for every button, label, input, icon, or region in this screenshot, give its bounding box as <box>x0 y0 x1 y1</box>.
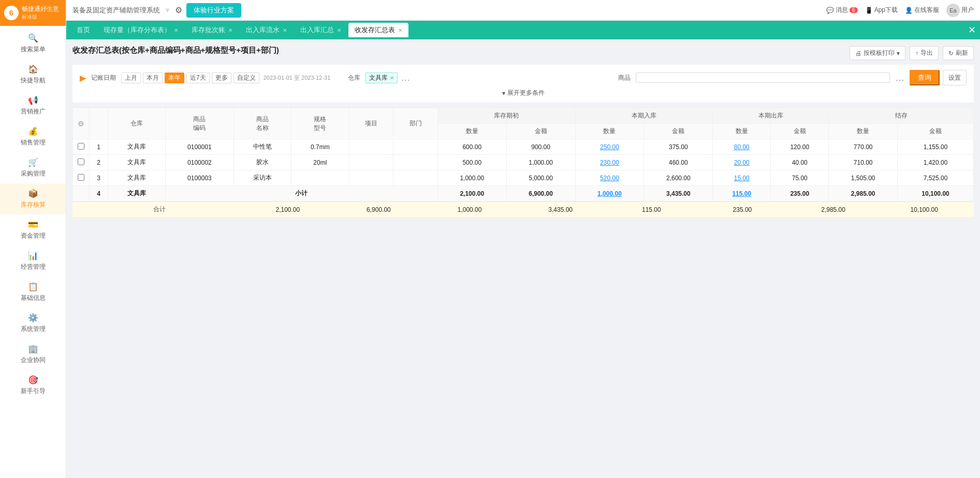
col-closing-qty-header: 数量 <box>829 124 898 139</box>
service-action[interactable]: 👤 在线客服 <box>905 6 939 15</box>
corp-icon: 🏢 <box>28 344 38 354</box>
tab-recv-summary[interactable]: 收发存汇总表 ✕ <box>348 23 408 37</box>
sidebar-item-system[interactable]: ⚙️ 系统管理 <box>0 308 66 339</box>
row-closing-qty: 770.00 <box>829 139 898 155</box>
col-settings-icon[interactable]: ⚙ <box>78 120 84 128</box>
tab-bar: 首页 现存量（库存分布表） ✕ 库存批次账 ✕ 出入库流水 ✕ 出入库汇总 ✕ … <box>66 21 980 39</box>
row-out-qty[interactable]: 20.00 <box>713 155 771 170</box>
filter-row-1: ▶ 记账日期 上月 本月 本年 近7天 更多 自定义 2023-01-01 至 … <box>80 70 967 85</box>
total-closing-qty: 2,985.00 <box>788 206 879 213</box>
query-button[interactable]: 查询 <box>910 70 940 85</box>
warehouse-tag-close[interactable]: ✕ <box>390 75 394 81</box>
row-in-qty[interactable]: 250.00 <box>575 139 644 155</box>
refresh-button[interactable]: ↻ 刷新 <box>943 46 974 60</box>
total-closing-amt: 10,100.00 <box>879 206 970 213</box>
tab-close-inout-flow[interactable]: ✕ <box>283 27 287 33</box>
print-button[interactable]: 🖨 按模板打印 ▾ <box>850 46 905 60</box>
row-opening-qty: 1,000.00 <box>437 170 506 186</box>
total-label: 合计 <box>77 205 242 214</box>
sales-icon: 💰 <box>28 126 38 136</box>
newbie-icon: 🎯 <box>28 375 38 385</box>
row-no: 1 <box>90 139 108 155</box>
tab-close-batch[interactable]: ✕ <box>228 27 232 33</box>
warehouse-more[interactable]: … <box>401 73 410 83</box>
row-opening-qty: 500.00 <box>437 155 506 170</box>
sidebar-item-corp[interactable]: 🏢 企业协同 <box>0 339 66 370</box>
col-no-header <box>90 108 108 139</box>
total-opening-amt: 6,900.00 <box>333 206 425 213</box>
trial-button[interactable]: 体验行业方案 <box>186 3 241 18</box>
tab-close-inout-summary[interactable]: ✕ <box>337 27 341 33</box>
sidebar-item-marketing[interactable]: 📢 营销推广 <box>0 90 66 121</box>
tab-batch[interactable]: 库存批次账 ✕ <box>185 23 239 37</box>
sidebar-item-search[interactable]: 🔍 搜索菜单 <box>0 28 66 59</box>
row-out-qty[interactable]: 15.00 <box>713 170 771 186</box>
tab-close-recv-summary[interactable]: ✕ <box>398 27 402 33</box>
subtotal-opening-qty: 2,100.00 <box>437 186 506 201</box>
sidebar-item-newbie[interactable]: 🎯 新手引导 <box>0 370 66 401</box>
expand-filter-button[interactable]: ▾ 展开更多条件 <box>80 89 967 97</box>
print-dropdown-icon: ▾ <box>897 50 900 57</box>
settings-icon[interactable]: ⚙ <box>175 5 182 15</box>
row-spec: 20ml <box>291 155 349 170</box>
row-opening-amt: 1,000.00 <box>506 155 575 170</box>
row-closing-qty: 1,505.00 <box>829 170 898 186</box>
col-closing-header: 结存 <box>829 108 974 124</box>
page-content: 收发存汇总表(按仓库+商品编码+商品+规格型号+项目+部门) 🖨 按模板打印 ▾… <box>66 39 980 478</box>
sidebar: 6 畅捷通好生意 标准版 🔍 搜索菜单 🏠 快捷导航 📢 营销推广 💰 销售管理… <box>0 0 66 478</box>
filter-bar: ▶ 记账日期 上月 本月 本年 近7天 更多 自定义 2023-01-01 至 … <box>72 65 974 103</box>
goods-input[interactable] <box>636 73 890 83</box>
date-btn-7days[interactable]: 近7天 <box>186 73 210 83</box>
subtotal-out-qty[interactable]: 115.00 <box>713 186 771 201</box>
home-icon: 🏠 <box>28 64 38 74</box>
col-settings-header[interactable]: ⚙ <box>73 108 90 139</box>
sidebar-item-purchase[interactable]: 🛒 采购管理 <box>0 152 66 183</box>
col-in-header: 本期入库 <box>575 108 713 124</box>
sidebar-item-basic[interactable]: 📋 基础信息 <box>0 277 66 308</box>
warehouse-tags: 文具库 ✕ … <box>365 73 612 83</box>
date-btn-more[interactable]: 更多 <box>212 73 231 83</box>
sidebar-logo: 6 畅捷通好生意 标准版 <box>0 0 66 26</box>
row-warehouse: 文具库 <box>108 170 166 186</box>
subtotal-closing-qty: 2,985.00 <box>829 186 898 201</box>
message-action[interactable]: 💬 消息 6 <box>826 6 858 15</box>
sidebar-item-quick-nav[interactable]: 🏠 快捷导航 <box>0 59 66 90</box>
date-btn-this-month[interactable]: 本月 <box>143 73 163 83</box>
export-button[interactable]: ↑ 导出 <box>910 46 939 60</box>
app-download-action[interactable]: 📱 App下载 <box>865 6 898 15</box>
tab-inout-summary[interactable]: 出入库汇总 ✕ <box>294 23 347 37</box>
page-title: 收发存汇总表(按仓库+商品编码+商品+规格型号+项目+部门) <box>72 46 279 55</box>
user-action[interactable]: Ea 用户 <box>946 4 974 17</box>
date-buttons: 上月 本月 本年 近7天 更多 自定义 2023-01-01 至 2023-12… <box>121 73 330 83</box>
col-out-qty-header: 数量 <box>713 124 771 139</box>
subtotal-in-qty[interactable]: 1,000.00 <box>575 186 644 201</box>
sidebar-item-business[interactable]: 📊 经营管理 <box>0 245 66 277</box>
goods-more[interactable]: … <box>895 73 904 83</box>
col-opening-header: 库存期初 <box>437 108 575 124</box>
row-checkbox[interactable] <box>73 170 90 186</box>
date-btn-custom[interactable]: 自定义 <box>233 73 259 83</box>
tab-home[interactable]: 首页 <box>70 23 96 37</box>
row-out-qty[interactable]: 80.00 <box>713 139 771 155</box>
subtotal-no: 4 <box>90 186 108 201</box>
table-row: 1 文具库 0100001 中性笔 0.7mm 600.00 900.00 25… <box>73 139 974 155</box>
row-checkbox[interactable] <box>73 139 90 155</box>
row-in-qty[interactable]: 230.00 <box>575 155 644 170</box>
row-dept <box>393 170 437 186</box>
sidebar-item-sales[interactable]: 💰 销售管理 <box>0 121 66 152</box>
sidebar-item-finance[interactable]: 💳 资金管理 <box>0 214 66 245</box>
row-in-qty[interactable]: 520.00 <box>575 170 644 186</box>
subtotal-checkbox <box>73 186 90 201</box>
tab-inout-flow[interactable]: 出入库流水 ✕ <box>240 23 293 37</box>
row-checkbox[interactable] <box>73 155 90 170</box>
sidebar-item-inventory[interactable]: 📦 库存核算 <box>0 183 66 214</box>
tab-inventory-dist[interactable]: 现存量（库存分布表） ✕ <box>97 23 184 37</box>
subtotal-opening-amt: 6,900.00 <box>506 186 575 201</box>
tab-close-inventory-dist[interactable]: ✕ <box>174 27 178 33</box>
date-btn-last-month[interactable]: 上月 <box>121 73 141 83</box>
date-btn-this-year[interactable]: 本年 <box>165 73 184 83</box>
close-all-tabs[interactable]: ✕ <box>968 24 976 36</box>
filter-arrow[interactable]: ▶ <box>80 73 86 83</box>
row-dept <box>393 155 437 170</box>
setting-button[interactable]: 设置 <box>943 70 967 85</box>
